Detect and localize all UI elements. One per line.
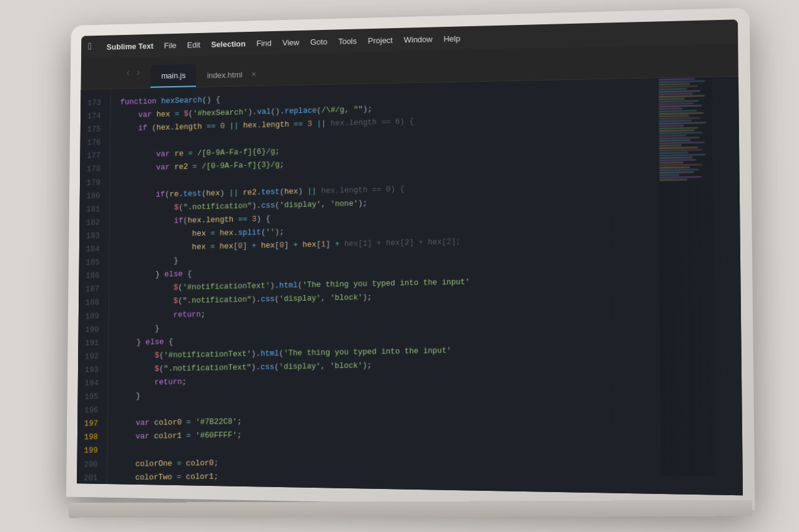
nav-arrows: ‹ › bbox=[125, 67, 142, 79]
linenum-173: 173 bbox=[86, 97, 101, 110]
menu-sublime-text[interactable]: Sublime Text bbox=[107, 41, 154, 51]
linenum-179: 179 bbox=[84, 176, 100, 190]
linenum-190: 190 bbox=[83, 323, 99, 337]
linenum-178: 178 bbox=[85, 163, 100, 177]
menu-view[interactable]: View bbox=[282, 37, 299, 47]
linenum-176: 176 bbox=[85, 136, 100, 150]
tab-main-js[interactable]: main.js bbox=[150, 64, 196, 87]
linenum-181: 181 bbox=[84, 203, 100, 216]
linenum-196: 196 bbox=[82, 404, 99, 417]
code-content[interactable]: function hexSearch() { var hex = $('#hex… bbox=[107, 77, 660, 483]
screen:  Sublime Text File Edit Selection Find … bbox=[77, 19, 743, 495]
menu-project[interactable]: Project bbox=[368, 35, 393, 45]
linenum-197: 197 bbox=[82, 417, 99, 431]
tab-index-html-label: index.html bbox=[207, 70, 243, 80]
linenum-175: 175 bbox=[85, 123, 100, 137]
linenum-183: 183 bbox=[84, 230, 99, 243]
menu-window[interactable]: Window bbox=[404, 34, 433, 44]
tab-index-html[interactable]: index.html ✕ bbox=[196, 62, 267, 87]
menu-edit[interactable]: Edit bbox=[187, 40, 200, 49]
tab-main-js-label: main.js bbox=[161, 70, 185, 80]
close-tab-icon[interactable]: ✕ bbox=[251, 70, 257, 78]
linenum-182: 182 bbox=[84, 216, 100, 230]
menu-help[interactable]: Help bbox=[444, 34, 461, 44]
linenum-191: 191 bbox=[83, 336, 99, 350]
editor-content: 173 174 175 176 177 178 179 180 181 182 … bbox=[77, 77, 715, 483]
tab-bar: main.js index.html ✕ bbox=[150, 54, 267, 87]
linenum-195: 195 bbox=[82, 390, 99, 404]
menu-selection[interactable]: Selection bbox=[211, 39, 245, 49]
linenum-180: 180 bbox=[84, 190, 100, 203]
menu-tools[interactable]: Tools bbox=[338, 36, 357, 46]
linenum-187: 187 bbox=[84, 283, 99, 296]
linenum-200: 200 bbox=[82, 458, 98, 472]
line-numbers: 173 174 175 176 177 178 179 180 181 182 … bbox=[77, 89, 111, 483]
menu-file[interactable]: File bbox=[164, 41, 177, 50]
linenum-184: 184 bbox=[84, 243, 99, 256]
linenum-193: 193 bbox=[82, 364, 99, 377]
linenum-199: 199 bbox=[82, 444, 98, 458]
editor-area: 173 174 175 176 177 178 179 180 181 182 … bbox=[77, 77, 743, 495]
linenum-201: 201 bbox=[82, 472, 98, 485]
linenum-202: 202 bbox=[81, 485, 97, 495]
linenum-186: 186 bbox=[84, 269, 99, 283]
forward-arrow-icon[interactable]: › bbox=[135, 67, 141, 79]
back-arrow-icon[interactable]: ‹ bbox=[125, 67, 131, 79]
apple-logo-icon:  bbox=[88, 42, 94, 52]
laptop-screen:  Sublime Text File Edit Selection Find … bbox=[66, 7, 755, 510]
linenum-189: 189 bbox=[83, 309, 99, 323]
linenum-198: 198 bbox=[82, 431, 98, 445]
laptop-base bbox=[69, 500, 752, 518]
minimap bbox=[657, 77, 716, 476]
linenum-177: 177 bbox=[85, 150, 100, 163]
menu-goto[interactable]: Goto bbox=[310, 37, 327, 46]
linenum-174: 174 bbox=[85, 110, 100, 123]
menu-find[interactable]: Find bbox=[257, 38, 272, 47]
linenum-185: 185 bbox=[84, 256, 99, 269]
linenum-192: 192 bbox=[83, 350, 99, 364]
linenum-188: 188 bbox=[83, 296, 99, 310]
linenum-194: 194 bbox=[82, 377, 99, 390]
